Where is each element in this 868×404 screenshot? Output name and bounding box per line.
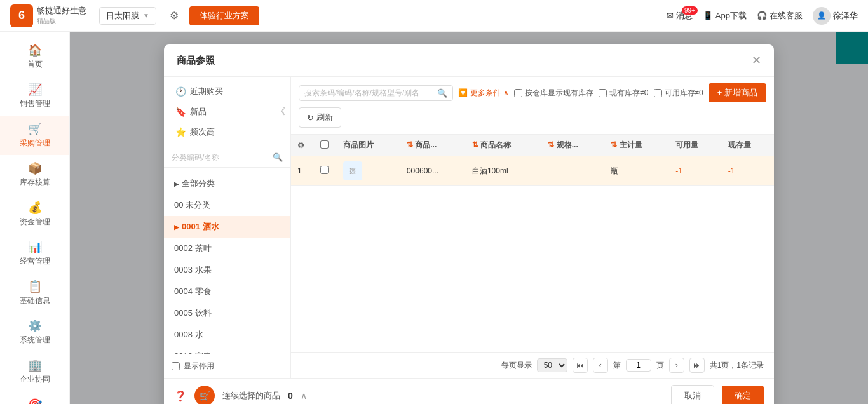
product-search-icon[interactable]: 🔍	[437, 88, 447, 98]
page-suffix: 页	[656, 360, 664, 371]
refresh-button[interactable]: ↻ 刷新	[299, 107, 341, 128]
per-page-select[interactable]: 50	[537, 358, 567, 372]
quick-filter-new-label: 新品	[190, 106, 207, 118]
cat-0002[interactable]: 0002 茶叶	[164, 238, 290, 259]
filter-warehouse-label[interactable]: 按仓库显示现有库存	[514, 88, 593, 98]
settings-button[interactable]: ⚙	[164, 6, 184, 26]
cat-all[interactable]: ▶ 全部分类	[164, 173, 290, 194]
cat-0003[interactable]: 0003 水果	[164, 259, 290, 281]
collapse-panel-button[interactable]: 《	[276, 106, 285, 118]
page-number-input[interactable]	[626, 359, 651, 372]
cat-00[interactable]: 00 未分类	[164, 194, 290, 216]
table-row[interactable]: 1 🖼 000600... 白酒100ml 瓶	[291, 156, 774, 186]
product-table-wrapper: ⚙ 商品图片	[291, 135, 774, 352]
cat-0008[interactable]: 0008 水	[164, 324, 290, 346]
th-code: ⇅ 商品...	[400, 135, 466, 156]
sidebar-item-management[interactable]: 📊 经营管理	[0, 234, 69, 273]
quick-filter-new[interactable]: 🔖 新品	[172, 104, 283, 120]
cat-label-0002: 0002 茶叶	[174, 243, 212, 254]
show-disabled-label: 显示停用	[184, 361, 214, 372]
sidebar-label-finance: 资金管理	[20, 217, 50, 227]
filter-warehouse-text: 按仓库显示现有库存	[525, 88, 593, 98]
more-filter-button[interactable]: 🔽 更多条件 ∧	[458, 88, 509, 98]
confirm-button[interactable]: 确定	[722, 386, 764, 404]
sidebar-item-basics[interactable]: 📋 基础信息	[0, 273, 69, 313]
sidebar-item-enterprise[interactable]: 🏢 企业协同	[0, 352, 69, 391]
sidebar-label-basics: 基础信息	[20, 295, 50, 306]
cat-arrow-all: ▶	[174, 180, 179, 187]
total-label: 共1页，1条记录	[710, 360, 764, 371]
clock-icon: 🕐	[175, 86, 186, 97]
sidebar-item-home[interactable]: 🏠 首页	[0, 37, 69, 76]
select-all-checkbox[interactable]	[320, 140, 329, 149]
continuous-select-label: 连续选择的商品	[222, 390, 280, 401]
page-label: 第	[613, 360, 621, 371]
sidebar-item-system[interactable]: ⚙️ 系统管理	[0, 313, 69, 352]
cancel-button[interactable]: 取消	[671, 385, 714, 404]
cat-0004[interactable]: 0004 零食	[164, 281, 290, 302]
help-icon[interactable]: ❓	[174, 390, 187, 402]
sidebar-item-sales[interactable]: 📈 销售管理	[0, 76, 69, 116]
online-service-nav-item[interactable]: 🎧 在线客服	[757, 10, 803, 22]
app-download-nav-item[interactable]: 📱 App下载	[703, 10, 747, 22]
cat-0005[interactable]: 0005 饮料	[164, 302, 290, 324]
sort-icon-unit: ⇅	[611, 140, 617, 149]
sidebar-item-guide[interactable]: 🎯 新手引导	[0, 391, 69, 404]
message-nav-item[interactable]: ✉ 消息 99+	[667, 10, 693, 22]
sidebar-item-purchase[interactable]: 🛒 采购管理	[0, 116, 69, 155]
filter-icon: 🔽	[458, 88, 468, 97]
filter-stock-nz-label[interactable]: 现有库存≠0	[599, 88, 648, 98]
filter-stock-nz-text: 现有库存≠0	[609, 88, 648, 98]
prev-page-button[interactable]: ‹	[593, 358, 608, 373]
sidebar-label-sales: 销售管理	[20, 98, 50, 109]
next-page-button[interactable]: ›	[669, 358, 684, 373]
quick-filter-recent[interactable]: 🕐 近期购买	[172, 83, 283, 100]
th-name: ⇅ 商品名称	[466, 135, 542, 156]
sidebar-item-finance[interactable]: 💰 资金管理	[0, 194, 69, 234]
quick-filter-frequent-label: 频次高	[190, 126, 215, 138]
quick-filter-frequent[interactable]: ⭐ 频次高	[172, 124, 283, 140]
sidebar: 🏠 首页 📈 销售管理 🛒 采购管理 📦 库存核算 💰 资金管理 📊 经营管理 …	[0, 32, 70, 404]
guide-icon: 🎯	[28, 398, 42, 404]
main-layout: 🏠 首页 📈 销售管理 🛒 采购管理 📦 库存核算 💰 资金管理 📊 经营管理 …	[0, 32, 868, 404]
modal-body: 🕐 近期购买 🔖 新品 ⭐ 频次高 《	[164, 77, 774, 378]
table-header-row: ⚙ 商品图片	[291, 135, 774, 156]
sidebar-item-inventory[interactable]: 📦 库存核算	[0, 155, 69, 194]
cat-label-0004: 0004 零食	[174, 286, 212, 297]
filter-available-nz-label[interactable]: 可用库存≠0	[654, 88, 703, 98]
collapse-footer-button[interactable]: ∧	[301, 391, 307, 401]
sort-icon-name: ⇅	[472, 140, 478, 149]
column-settings-icon[interactable]: ⚙	[297, 141, 304, 150]
cat-label-00: 00 未分类	[174, 199, 210, 211]
quick-filter-recent-label: 近期购买	[190, 86, 223, 97]
filter-available-nz-checkbox[interactable]	[654, 89, 662, 97]
user-nav-item[interactable]: 👤 徐泽华	[813, 7, 858, 25]
product-table: ⚙ 商品图片	[291, 135, 774, 186]
last-page-button[interactable]: ⏭	[689, 358, 705, 373]
cat-0001[interactable]: ▶ 0001 酒水	[164, 216, 290, 238]
first-page-button[interactable]: ⏮	[573, 358, 588, 373]
modal-footer: ❓ 🛒 连续选择的商品 0 ∧ 取消 确定	[164, 378, 774, 404]
cart-button[interactable]: 🛒	[194, 386, 215, 404]
show-disabled-checkbox[interactable]	[172, 362, 180, 370]
category-search-icon[interactable]: 🔍	[273, 152, 283, 162]
chevron-up-icon: ∧	[503, 88, 509, 97]
try-industry-button[interactable]: 体验行业方案	[189, 6, 259, 25]
cat-0010[interactable]: 0010 家电	[164, 346, 290, 354]
cat-arrow-0001: ▶	[174, 224, 179, 231]
filter-warehouse-checkbox[interactable]	[514, 89, 522, 97]
modal-close-button[interactable]: ✕	[752, 53, 761, 67]
logo-title: 畅捷通好生意	[37, 6, 86, 17]
th-stock: 现存量	[722, 135, 774, 156]
home-icon: 🏠	[28, 43, 42, 57]
row-checkbox[interactable]	[320, 166, 329, 174]
sidebar-label-system: 系统管理	[20, 335, 50, 346]
category-search-input[interactable]	[172, 153, 269, 162]
add-product-button[interactable]: + 新增商品	[709, 83, 766, 102]
filter-stock-nz-checkbox[interactable]	[599, 89, 607, 97]
message-icon: ✉	[667, 11, 674, 20]
branch-dropdown[interactable]: 日太阳膜 ▼	[99, 7, 156, 25]
mobile-icon: 📱	[703, 11, 713, 20]
product-search-input[interactable]	[304, 88, 437, 97]
product-thumbnail: 🖼	[343, 161, 362, 180]
